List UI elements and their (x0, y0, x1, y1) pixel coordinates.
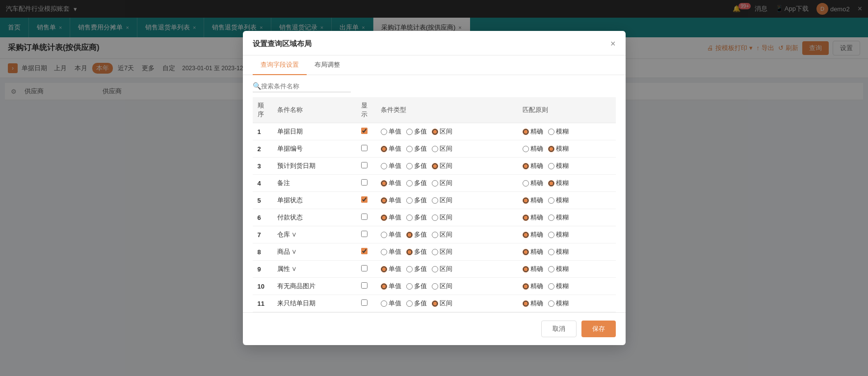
type-radio-range[interactable]: 区间 (432, 127, 452, 136)
display-checkbox[interactable] (361, 299, 368, 306)
type-radio-range[interactable]: 区间 (432, 265, 452, 273)
match-radio-exact[interactable]: 精确 (523, 282, 543, 291)
match-radio-exact[interactable]: 精确 (523, 179, 543, 188)
display-checkbox[interactable] (361, 282, 368, 289)
col-seq: 顺序 (253, 97, 272, 123)
display-checkbox[interactable] (361, 231, 368, 237)
match-radio-exact[interactable]: 精确 (523, 247, 543, 256)
type-radio-multi[interactable]: 多值 (406, 161, 427, 170)
cell-seq: 7 (253, 226, 272, 243)
table-row: 8商品 ∨单值多值区间精确模糊 (253, 243, 616, 261)
cell-display[interactable] (356, 175, 376, 192)
type-radio-single[interactable]: 单值 (381, 161, 401, 170)
match-radio-exact[interactable]: 精确 (523, 299, 543, 308)
type-radio-range[interactable]: 区间 (432, 161, 452, 170)
type-radio-range[interactable]: 区间 (432, 299, 452, 308)
match-radio-fuzzy[interactable]: 模糊 (548, 247, 569, 256)
cell-match: 精确模糊 (518, 123, 615, 140)
match-radio-exact[interactable]: 精确 (523, 230, 543, 239)
match-radio-exact[interactable]: 精确 (523, 265, 543, 273)
cancel-button[interactable]: 取消 (541, 321, 577, 337)
match-radio-fuzzy[interactable]: 模糊 (548, 179, 569, 188)
dialog-close-button[interactable]: × (610, 39, 616, 49)
cell-type: 单值多值区间 (376, 140, 518, 158)
cell-display[interactable] (356, 243, 376, 261)
cell-name: 单据日期 (272, 123, 356, 140)
cell-display[interactable] (356, 209, 376, 226)
type-radio-multi[interactable]: 多值 (406, 230, 427, 239)
type-radio-multi[interactable]: 多值 (406, 127, 427, 136)
type-radio-multi[interactable]: 多值 (406, 196, 427, 205)
match-radio-fuzzy[interactable]: 模糊 (548, 213, 569, 222)
cell-display[interactable] (356, 226, 376, 243)
match-radio-fuzzy[interactable]: 模糊 (548, 299, 569, 308)
match-radio-exact[interactable]: 精确 (523, 127, 543, 136)
type-radio-single[interactable]: 单值 (381, 230, 401, 239)
cell-type: 单值多值区间 (376, 158, 518, 175)
cell-display[interactable] (356, 123, 376, 140)
cell-display[interactable] (356, 278, 376, 295)
type-radio-single[interactable]: 单值 (381, 179, 401, 188)
type-radio-multi[interactable]: 多值 (406, 265, 427, 273)
cell-match: 精确模糊 (518, 295, 615, 312)
type-radio-range[interactable]: 区间 (432, 179, 452, 188)
type-radio-single[interactable]: 单值 (381, 196, 401, 205)
type-radio-multi[interactable]: 多值 (406, 282, 427, 291)
display-checkbox[interactable] (361, 214, 368, 220)
type-radio-single[interactable]: 单值 (381, 127, 401, 136)
match-radio-fuzzy[interactable]: 模糊 (548, 196, 569, 205)
type-radio-multi[interactable]: 多值 (406, 179, 427, 188)
match-radio-fuzzy[interactable]: 模糊 (548, 144, 569, 153)
cell-type: 单值多值区间 (376, 243, 518, 261)
type-radio-range[interactable]: 区间 (432, 213, 452, 222)
cell-seq: 2 (253, 140, 272, 158)
type-radio-single[interactable]: 单值 (381, 299, 401, 308)
display-checkbox[interactable] (361, 128, 368, 134)
cell-display[interactable] (356, 192, 376, 209)
col-name: 条件名称 (272, 97, 356, 123)
type-radio-single[interactable]: 单值 (381, 265, 401, 273)
search-input[interactable] (261, 82, 340, 90)
display-checkbox[interactable] (361, 145, 368, 151)
type-radio-range[interactable]: 区间 (432, 144, 452, 153)
type-radio-single[interactable]: 单值 (381, 144, 401, 153)
save-button[interactable]: 保存 (581, 321, 616, 337)
type-radio-range[interactable]: 区间 (432, 196, 452, 205)
display-checkbox[interactable] (361, 196, 368, 203)
type-radio-range[interactable]: 区间 (432, 282, 452, 291)
display-checkbox[interactable] (361, 162, 368, 168)
match-radio-fuzzy[interactable]: 模糊 (548, 127, 569, 136)
dialog-tab-layout[interactable]: 布局调整 (307, 55, 348, 75)
cell-seq: 5 (253, 192, 272, 209)
type-radio-multi[interactable]: 多值 (406, 247, 427, 256)
match-radio-exact[interactable]: 精确 (523, 161, 543, 170)
dialog-tab-query-fields[interactable]: 查询字段设置 (253, 55, 307, 75)
match-radio-exact[interactable]: 精确 (523, 144, 543, 153)
cell-display[interactable] (356, 295, 376, 312)
type-radio-range[interactable]: 区间 (432, 247, 452, 256)
match-radio-fuzzy[interactable]: 模糊 (548, 161, 569, 170)
type-radio-single[interactable]: 单值 (381, 247, 401, 256)
match-radio-fuzzy[interactable]: 模糊 (548, 282, 569, 291)
match-radio-fuzzy[interactable]: 模糊 (548, 230, 569, 239)
match-radio-fuzzy[interactable]: 模糊 (548, 265, 569, 273)
cell-display[interactable] (356, 158, 376, 175)
type-radio-multi[interactable]: 多值 (406, 144, 427, 153)
table-row: 5单据状态单值多值区间精确模糊 (253, 192, 616, 209)
display-checkbox[interactable] (361, 248, 368, 254)
table-row: 7仓库 ∨单值多值区间精确模糊 (253, 226, 616, 243)
cell-display[interactable] (356, 140, 376, 158)
type-radio-multi[interactable]: 多值 (406, 299, 427, 308)
type-radio-single[interactable]: 单值 (381, 213, 401, 222)
cell-match: 精确模糊 (518, 243, 615, 261)
type-radio-multi[interactable]: 多值 (406, 213, 427, 222)
display-checkbox[interactable] (361, 265, 368, 271)
cell-display[interactable] (356, 261, 376, 278)
dialog-search-area: 🔍 (243, 75, 626, 97)
type-radio-single[interactable]: 单值 (381, 282, 401, 291)
display-checkbox[interactable] (361, 179, 368, 186)
type-radio-range[interactable]: 区间 (432, 230, 452, 239)
match-radio-exact[interactable]: 精确 (523, 196, 543, 205)
cell-match: 精确模糊 (518, 158, 615, 175)
match-radio-exact[interactable]: 精确 (523, 213, 543, 222)
